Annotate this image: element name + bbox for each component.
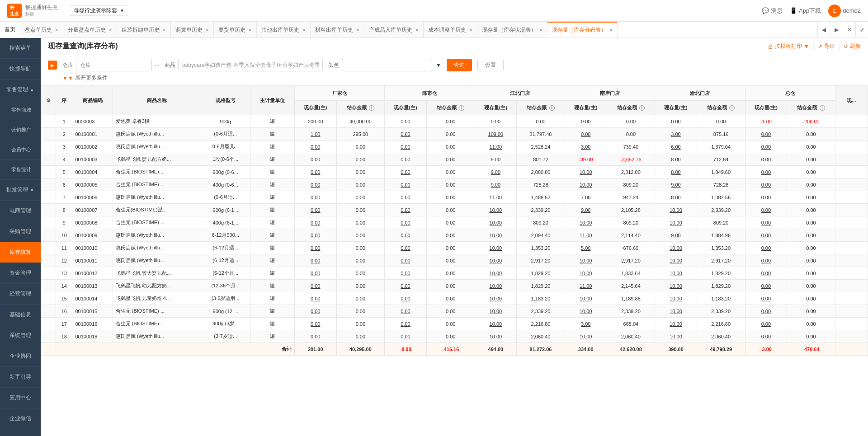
- export-btn[interactable]: ↗ 导出: [818, 42, 835, 50]
- row-chenshi-stock[interactable]: 0.00: [385, 254, 427, 267]
- row-chenshi-stock[interactable]: 0.00: [385, 292, 427, 305]
- row-chenshi-stock[interactable]: 0.00: [385, 305, 427, 318]
- row-yuubei-stock[interactable]: 10.00: [655, 280, 697, 292]
- close-icon[interactable]: ✕: [248, 28, 252, 33]
- sidebar-item-newguide[interactable]: 新手引导: [0, 367, 41, 388]
- row-total-stock[interactable]: 0.00: [745, 178, 787, 191]
- row-factory-stock[interactable]: 0.00: [294, 178, 336, 191]
- expand-more-conditions-btn[interactable]: ▼▼ 展开更多条件: [62, 74, 861, 82]
- info-icon[interactable]: i: [729, 105, 735, 111]
- close-icon[interactable]: ✕: [356, 28, 359, 33]
- row-factory-stock[interactable]: 0.00: [294, 305, 336, 318]
- row-nanan-stock[interactable]: 10.00: [565, 216, 607, 229]
- row-nanan-stock[interactable]: -39.00: [565, 153, 607, 166]
- close-icon[interactable]: ✕: [539, 28, 542, 33]
- row-yuubei-stock[interactable]: 10.00: [655, 242, 697, 254]
- row-chenshi-stock[interactable]: 0.00: [385, 267, 427, 280]
- info-icon[interactable]: i: [549, 105, 555, 111]
- row-total-stock[interactable]: 0.00: [745, 191, 787, 204]
- row-factory-stock[interactable]: 0.00: [294, 141, 336, 153]
- sidebar-item-search[interactable]: 搜索英单: [0, 38, 41, 59]
- info-icon[interactable]: i: [369, 105, 374, 111]
- row-total-stock[interactable]: 0.00: [745, 166, 787, 178]
- message-btn[interactable]: 💬 消息: [762, 7, 783, 15]
- row-factory-stock[interactable]: 0.00: [294, 229, 336, 242]
- row-chenshi-stock[interactable]: 0.00: [385, 141, 427, 153]
- row-total-stock[interactable]: 0.00: [745, 330, 787, 343]
- row-factory-stock[interactable]: 0.00: [294, 153, 336, 166]
- row-nanan-stock[interactable]: 9.00: [565, 204, 607, 216]
- sidebar-item-quicknav[interactable]: 快捷导航: [0, 59, 41, 80]
- tab-pandian[interactable]: 盘点单历史 ✕: [20, 22, 63, 38]
- row-jiangbei-stock[interactable]: 10.00: [475, 254, 517, 267]
- row-chenshi-stock[interactable]: 0.00: [385, 280, 427, 292]
- warehouse-input[interactable]: [76, 59, 152, 71]
- product-input[interactable]: [178, 59, 323, 71]
- row-nanan-stock[interactable]: 3.00: [565, 141, 607, 153]
- settings-btn[interactable]: 设置: [477, 59, 504, 71]
- row-jiangbei-stock[interactable]: 10.00: [475, 242, 517, 254]
- row-factory-stock[interactable]: 0.00: [294, 280, 336, 292]
- row-yuubei-stock[interactable]: 10.00: [655, 305, 697, 318]
- row-jiangbei-stock[interactable]: 10.00: [475, 318, 517, 330]
- row-factory-stock[interactable]: 0.00: [294, 254, 336, 267]
- row-chenshi-stock[interactable]: 0.00: [385, 204, 427, 216]
- sidebar-item-retail-stats[interactable]: 零售统计: [0, 160, 41, 180]
- sidebar-item-finance[interactable]: 资金管理: [0, 263, 41, 284]
- row-total-stock[interactable]: 0.00: [745, 318, 787, 330]
- close-icon[interactable]: ✕: [302, 28, 306, 33]
- row-yuubei-stock[interactable]: 10.00: [655, 216, 697, 229]
- row-nanan-stock[interactable]: 11.00: [565, 280, 607, 292]
- query-btn[interactable]: 查询: [447, 59, 472, 71]
- col-settings[interactable]: ⚙: [41, 86, 56, 115]
- sidebar-item-retail-mgmt[interactable]: 零售管理 ▲: [0, 80, 41, 100]
- row-chenshi-stock[interactable]: 0.00: [385, 166, 427, 178]
- row-total-stock[interactable]: 0.00: [745, 242, 787, 254]
- row-jiangbei-stock[interactable]: 10.00: [475, 330, 517, 343]
- close-icon[interactable]: ✕: [108, 28, 112, 33]
- expand-toggle-btn[interactable]: ▶: [48, 61, 57, 70]
- row-yuubei-stock[interactable]: 10.00: [655, 318, 697, 330]
- row-total-stock[interactable]: 0.00: [745, 128, 787, 141]
- sidebar-item-ecommerce[interactable]: 电商管理: [0, 201, 41, 221]
- row-nanan-stock[interactable]: 11.00: [565, 229, 607, 242]
- row-nanan-stock[interactable]: 0.00: [565, 128, 607, 141]
- row-total-stock[interactable]: -1.00: [745, 115, 787, 128]
- row-chenshi-stock[interactable]: 0.00: [385, 153, 427, 166]
- row-factory-stock[interactable]: 0.00: [294, 204, 336, 216]
- nav-prev-btn[interactable]: ◀: [817, 22, 830, 38]
- row-yuubei-stock[interactable]: 9.00: [655, 178, 697, 191]
- row-chenshi-stock[interactable]: 0.00: [385, 242, 427, 254]
- row-chenshi-stock[interactable]: 0.00: [385, 229, 427, 242]
- tab-chanchengru[interactable]: 产成品入库单历史 ✕: [364, 22, 424, 38]
- row-yuubei-stock[interactable]: 8.00: [655, 166, 697, 178]
- row-jiangbei-stock[interactable]: 9.00: [475, 153, 517, 166]
- row-nanan-stock[interactable]: 10.00: [565, 267, 607, 280]
- warehouse-more-icon[interactable]: ···: [155, 62, 159, 68]
- tab-xiancunliang-kuankuang[interactable]: 现存量（库存状况表） ✕: [477, 22, 547, 38]
- row-yuubei-stock[interactable]: 6.00: [655, 141, 697, 153]
- row-chenshi-stock[interactable]: 0.00: [385, 216, 427, 229]
- row-yuubei-stock[interactable]: 10.00: [655, 330, 697, 343]
- row-nanan-stock[interactable]: 10.00: [565, 292, 607, 305]
- info-icon[interactable]: i: [820, 105, 825, 111]
- row-chenshi-stock[interactable]: 0.00: [385, 330, 427, 343]
- row-jiangbei-stock[interactable]: 10.00: [475, 229, 517, 242]
- close-icon[interactable]: ✕: [609, 28, 613, 33]
- row-yuubei-stock[interactable]: 3.00: [655, 128, 697, 141]
- tab-cailiaochu[interactable]: 材料出库单历史 ✕: [311, 22, 364, 38]
- nav-expand-btn[interactable]: ⤢: [855, 22, 868, 38]
- row-total-stock[interactable]: 0.00: [745, 292, 787, 305]
- refresh-btn[interactable]: ↺ 刷新: [844, 42, 861, 50]
- row-total-stock[interactable]: 0.00: [745, 204, 787, 216]
- sidebar-item-inventory[interactable]: 库存核算: [0, 242, 41, 263]
- row-yuubei-stock[interactable]: 8.00: [655, 191, 697, 204]
- row-yuubei-stock[interactable]: 10.00: [655, 267, 697, 280]
- sidebar-item-operations[interactable]: 经营管理: [0, 284, 41, 305]
- row-yuubei-stock[interactable]: 10.00: [655, 254, 697, 267]
- row-chenshi-stock[interactable]: 0.00: [385, 318, 427, 330]
- sidebar-item-member[interactable]: 会员中心: [0, 140, 41, 160]
- sidebar-item-purchase[interactable]: 采购管理: [0, 221, 41, 242]
- row-jiangbei-stock[interactable]: 10.00: [475, 216, 517, 229]
- row-factory-stock[interactable]: 0.00: [294, 166, 336, 178]
